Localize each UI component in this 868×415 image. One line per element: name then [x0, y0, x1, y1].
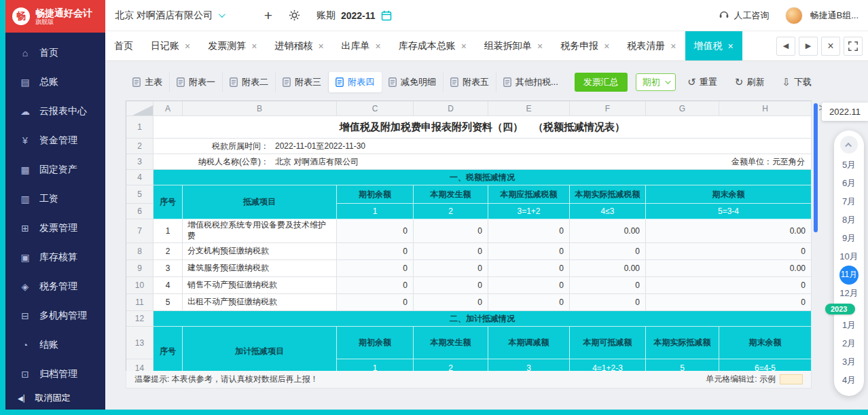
- cell-value[interactable]: 0: [488, 277, 570, 294]
- row-number[interactable]: 7: [126, 219, 153, 243]
- subtab-other-deduction[interactable]: 其他扣税...: [496, 72, 565, 92]
- subtab-schedule-5[interactable]: 附表五: [444, 72, 496, 92]
- row-number[interactable]: 3: [126, 154, 153, 170]
- subtab-main-table[interactable]: 主表: [126, 72, 170, 92]
- row-number[interactable]: 2: [126, 139, 153, 154]
- cell-item[interactable]: 增值税税控系统专用设备费及技术维护费: [183, 219, 337, 243]
- month-item-5[interactable]: 5月: [834, 156, 864, 174]
- cell-value[interactable]: 0: [570, 294, 646, 311]
- month-item-7[interactable]: 7月: [834, 192, 864, 211]
- cell-value[interactable]: 0.00: [570, 260, 646, 277]
- user-name[interactable]: 畅捷通B组...: [810, 10, 858, 22]
- tab-assembly-order[interactable]: 组装拆卸单×: [475, 31, 551, 60]
- reset-button[interactable]: ↺ 重置: [687, 76, 717, 88]
- sidebar-item-general-ledger[interactable]: ▤总账: [5, 67, 105, 96]
- column-number[interactable]: 5=3-4: [646, 204, 812, 219]
- column-header-e[interactable]: E: [488, 101, 570, 116]
- opening-balance-button[interactable]: 期初: [636, 73, 676, 91]
- select-all-corner[interactable]: [126, 101, 153, 116]
- cell-item[interactable]: 建筑服务预征缴纳税款: [183, 260, 337, 277]
- column-label[interactable]: 期初余额: [337, 185, 414, 204]
- column-label[interactable]: 本期实际抵减税额: [570, 185, 646, 204]
- close-tabs-button[interactable]: ×: [821, 37, 840, 56]
- month-item-6[interactable]: 6月: [834, 174, 864, 192]
- column-header-a[interactable]: A: [153, 101, 183, 116]
- cell-seq[interactable]: 5: [153, 294, 183, 311]
- close-icon[interactable]: ×: [318, 41, 323, 52]
- invoice-summary-button[interactable]: 发票汇总: [575, 73, 628, 92]
- month-item-2[interactable]: 2月: [834, 334, 864, 353]
- close-icon[interactable]: ×: [251, 41, 257, 52]
- cell-item[interactable]: 分支机构预征缴纳税款: [183, 243, 337, 260]
- tax-period-cell[interactable]: 税款所属时间：2022-11-01至2022-11-30: [153, 139, 812, 154]
- cell-value[interactable]: 0.00: [646, 219, 812, 243]
- row-number[interactable]: 14: [126, 359, 153, 371]
- column-label[interactable]: 本期实际抵减额: [646, 327, 719, 359]
- month-item-3[interactable]: 3月: [834, 353, 864, 371]
- sidebar-item-home[interactable]: ⌂首页: [5, 38, 105, 67]
- header-item[interactable]: 抵减项目: [183, 185, 337, 219]
- cell-value[interactable]: 0: [414, 219, 488, 243]
- scroll-months-up-button[interactable]: [840, 136, 858, 154]
- cell-value[interactable]: 0: [570, 277, 646, 294]
- row-number[interactable]: 6: [126, 204, 153, 219]
- cell-item[interactable]: 出租不动产预征缴纳税款: [183, 294, 337, 311]
- column-number[interactable]: 3: [488, 359, 570, 371]
- cell-value[interactable]: 0: [488, 219, 570, 243]
- cell-value[interactable]: 0: [414, 294, 488, 311]
- row-number[interactable]: 11: [126, 294, 153, 311]
- sidebar-item-payroll[interactable]: ▥工资: [5, 184, 105, 213]
- cell-seq[interactable]: 2: [153, 243, 183, 260]
- tab-tax-filing[interactable]: 税务申报×: [551, 31, 618, 60]
- tab-invoice-calc[interactable]: 发票测算×: [199, 31, 266, 60]
- human-consult-button[interactable]: 人工咨询: [719, 10, 769, 22]
- cell-value[interactable]: 0: [337, 260, 414, 277]
- cell-value[interactable]: 0: [646, 294, 812, 311]
- column-label[interactable]: 本期发生额: [414, 185, 488, 204]
- cell-value[interactable]: 0: [414, 277, 488, 294]
- column-label[interactable]: 期末余额: [646, 185, 812, 204]
- sidebar-item-tax[interactable]: ◈税务管理: [5, 272, 105, 301]
- calendar-icon[interactable]: [381, 10, 392, 21]
- month-item-9[interactable]: 9月: [834, 229, 864, 247]
- sheet-title[interactable]: 增值税及附加税费申报表附列资料（四） （税额抵减情况表）: [153, 116, 812, 139]
- tab-inventory-cost-ledger[interactable]: 库存成本总账×: [390, 31, 475, 60]
- month-item-11[interactable]: 11月: [834, 266, 864, 284]
- row-number[interactable]: 10: [126, 277, 153, 294]
- sheet-vertical-scrollbar[interactable]: [814, 103, 818, 232]
- column-header-d[interactable]: D: [414, 101, 488, 116]
- column-label[interactable]: 期初余额: [337, 327, 414, 359]
- sidebar-item-funds[interactable]: ¥资金管理: [5, 126, 105, 155]
- tab-vat[interactable]: 增值税×: [685, 31, 742, 60]
- close-icon[interactable]: ×: [185, 41, 190, 52]
- header-seq[interactable]: 序号: [153, 327, 183, 371]
- cell-value[interactable]: 0: [414, 243, 488, 260]
- cell-value[interactable]: 0: [488, 294, 570, 311]
- sidebar-item-inventory[interactable]: ▣库存核算: [5, 242, 105, 272]
- refresh-button[interactable]: ↻ 刷新: [735, 76, 765, 88]
- cell-value[interactable]: 0: [337, 219, 414, 243]
- cell-value[interactable]: 0: [337, 294, 414, 311]
- column-header-g[interactable]: G: [646, 101, 719, 116]
- header-seq[interactable]: 序号: [153, 185, 183, 219]
- row-number[interactable]: 12: [126, 311, 153, 327]
- column-header-c[interactable]: C: [337, 101, 414, 116]
- cell-value[interactable]: 0: [488, 260, 570, 277]
- close-icon[interactable]: ×: [461, 41, 467, 52]
- tab-journal[interactable]: 日记账×: [142, 31, 199, 60]
- tab-purchase-sales-audit[interactable]: 进销稽核×: [266, 31, 332, 60]
- cell-value[interactable]: 0.00: [570, 219, 646, 243]
- month-item-10[interactable]: 10月: [834, 247, 864, 266]
- column-number[interactable]: 4=1+2-3: [570, 359, 646, 371]
- cell-seq[interactable]: 1: [153, 219, 183, 243]
- column-header-h[interactable]: H: [719, 101, 812, 116]
- tab-tax-register[interactable]: 税表清册×: [618, 31, 685, 60]
- cell-value[interactable]: 0: [337, 277, 414, 294]
- app-logo[interactable]: 畅 畅捷通好会计 旗舰版: [5, 0, 105, 33]
- column-header-f[interactable]: F: [570, 101, 646, 116]
- close-icon[interactable]: ×: [728, 41, 734, 52]
- avatar[interactable]: [785, 7, 803, 24]
- close-icon[interactable]: ×: [670, 41, 676, 52]
- column-number[interactable]: 1: [337, 204, 414, 219]
- column-label[interactable]: 本期应抵减税额: [488, 185, 570, 204]
